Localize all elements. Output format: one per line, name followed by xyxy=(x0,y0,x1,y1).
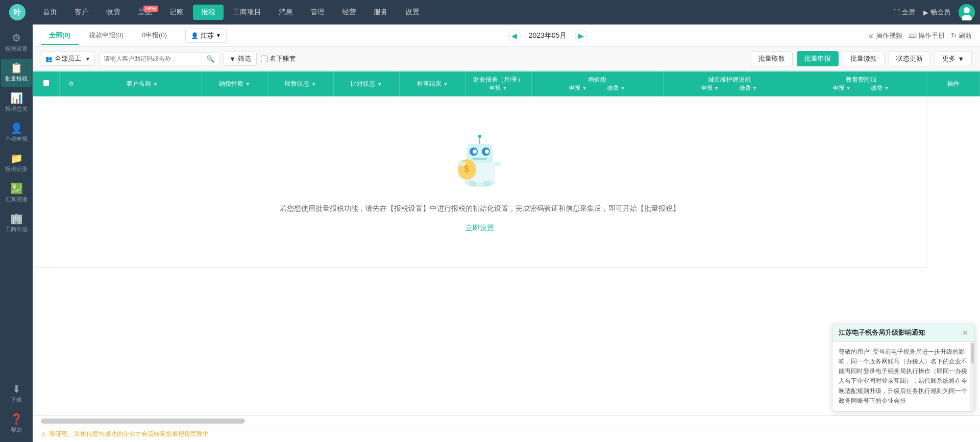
sidebar: ⚙ 报税设置 📋 批量报税 📊 报税总览 👤 个税申报 📁 报税记录 💹 汇算清… xyxy=(0,24,33,442)
edu-declare-filter-icon[interactable]: ▼ xyxy=(846,85,851,91)
select-all-checkbox[interactable] xyxy=(43,80,50,86)
region-selector[interactable]: 👤 江苏 ▼ xyxy=(185,29,227,43)
sidebar-item-settlement[interactable]: 💹 汇算清缴 xyxy=(1,179,32,207)
search-input[interactable] xyxy=(100,53,202,64)
prev-period-button[interactable]: ◀ xyxy=(508,30,521,42)
horizontal-scrollbar[interactable] xyxy=(41,419,245,424)
setup-link[interactable]: 立即设置 xyxy=(465,224,494,233)
toolbar: 👥 全部员工 ▼ 🔍 ▼ 筛选 名下账套 批量取数 批量申报 批量缴款 状态更新 xyxy=(33,47,980,71)
svg-point-3 xyxy=(964,7,970,13)
nav-service[interactable]: 服务 xyxy=(365,5,396,20)
sidebar-label-tax-settings: 报税设置 xyxy=(5,45,28,53)
fullscreen-button[interactable]: ⛶ 全屏 xyxy=(893,8,915,17)
search-button[interactable]: 🔍 xyxy=(202,53,219,65)
period-display: 2023年05月 xyxy=(525,31,571,40)
robot-image: $ xyxy=(449,131,510,194)
vat-declare-filter-icon[interactable]: ▼ xyxy=(582,85,587,91)
batch-declare-button[interactable]: 批量申报 xyxy=(797,51,839,66)
customer-filter-icon[interactable]: ▼ xyxy=(153,81,158,87)
tax-overview-icon: 📊 xyxy=(10,93,23,103)
employee-label: 全部员工 xyxy=(55,54,81,63)
video-action[interactable]: ⊙ 操作视频 xyxy=(869,31,902,40)
next-period-button[interactable]: ▶ xyxy=(575,30,587,42)
accounts-checkbox[interactable] xyxy=(261,56,267,62)
region-label: 江苏 xyxy=(201,31,214,40)
fullscreen-icon: ⛶ xyxy=(893,9,900,16)
svg-rect-20 xyxy=(483,181,491,186)
svg-rect-14 xyxy=(473,158,487,160)
th-city-tax: 城市维护建设税 申报 ▼ 缴费 ▼ xyxy=(663,71,795,96)
video-icon: ⊙ xyxy=(869,32,874,39)
more-button[interactable]: 更多 ▼ xyxy=(935,51,972,66)
manual-icon: 📖 xyxy=(909,32,917,39)
nav-invoice[interactable]: 票据 NEW xyxy=(130,5,160,20)
filter-button[interactable]: ▼ 筛选 xyxy=(224,52,257,66)
manual-action[interactable]: 📖 操作手册 xyxy=(909,31,945,40)
logo-icon: 叶 xyxy=(9,4,26,20)
status-update-button[interactable]: 状态更新 xyxy=(889,51,930,66)
th-education-tax: 教育费附加 申报 ▼ 缴费 ▼ xyxy=(795,71,927,96)
filter-label: 筛选 xyxy=(238,54,251,63)
nav-bookkeeping[interactable]: 记账 xyxy=(161,5,192,20)
tab-all[interactable]: 全部(0) xyxy=(41,27,79,45)
sidebar-item-help[interactable]: ❓ 帮助 xyxy=(1,410,32,438)
accounts-checkbox-label[interactable]: 名下账套 xyxy=(261,54,296,63)
refresh-action[interactable]: ↻ 刷新 xyxy=(951,31,972,40)
sidebar-bottom: ⬇ 下载 ❓ 帮助 xyxy=(1,380,32,438)
popup-scrollbar[interactable] xyxy=(970,342,974,411)
sidebar-label-download: 下载 xyxy=(11,396,22,404)
avatar[interactable] xyxy=(959,4,975,20)
batch-pay-button[interactable]: 批量缴款 xyxy=(843,51,885,66)
compare-filter-icon[interactable]: ▼ xyxy=(377,81,382,87)
bottom-bar: ⚠ 验证密、采集信息均成功的企业才会流转至批量报税页面中 xyxy=(33,426,980,442)
member-button[interactable]: ▶ 畅会员 xyxy=(923,8,950,17)
nav-settings[interactable]: 设置 xyxy=(397,5,428,20)
sidebar-item-batch-tax[interactable]: 📋 批量报税 xyxy=(1,59,32,87)
video-label: 操作视频 xyxy=(876,32,902,39)
nav-message[interactable]: 消息 xyxy=(271,5,301,20)
settlement-icon: 💹 xyxy=(10,183,23,193)
nav-items: 首页 客户 收费 票据 NEW 记账 报税 工商项目 消息 管理 经营 服务 设… xyxy=(35,5,893,20)
settings-icon: ⚙ xyxy=(68,80,74,87)
notification-popup: 江苏电子税务局升级影响通知 ✕ 尊敬的用户: 受当前电子税务局进一步升级的影响，… xyxy=(832,324,975,411)
tax-record-icon: 📁 xyxy=(10,153,23,163)
sidebar-item-tax-settings[interactable]: ⚙ 报税设置 xyxy=(1,29,32,57)
sidebar-item-tax-record[interactable]: 📁 报税记录 xyxy=(1,149,32,177)
city-declare-filter-icon[interactable]: ▼ xyxy=(714,85,719,91)
manual-label: 操作手册 xyxy=(918,32,945,39)
check-filter-icon[interactable]: ▼ xyxy=(443,81,448,87)
batch-fetch-button[interactable]: 批量取数 xyxy=(751,51,793,66)
tab-zero-declare[interactable]: 0申报(0) xyxy=(134,27,175,45)
edu-pay-filter-icon[interactable]: ▼ xyxy=(884,85,889,91)
tab-right-actions: ⊙ 操作视频 📖 操作手册 ↻ 刷新 xyxy=(869,31,972,40)
sidebar-label-personal-tax: 个税申报 xyxy=(5,135,28,143)
sidebar-item-tax-overview[interactable]: 📊 报税总览 xyxy=(1,89,32,117)
tax-settings-icon: ⚙ xyxy=(12,33,21,43)
download-icon: ⬇ xyxy=(12,384,21,394)
empty-description: 若您想使用批量报税功能，请先在【报税设置】中进行报税的初始化设置，完成密码验证和… xyxy=(280,204,680,213)
sidebar-label-batch-tax: 批量报税 xyxy=(5,75,28,83)
sidebar-item-personal-tax[interactable]: 👤 个税申报 xyxy=(1,119,32,147)
sidebar-item-download[interactable]: ⬇ 下载 xyxy=(1,380,32,408)
popup-close-button[interactable]: ✕ xyxy=(962,329,968,337)
th-checkbox xyxy=(33,71,60,96)
popup-title: 江苏电子税务局升级影响通知 xyxy=(839,328,925,337)
batch-tax-icon: 📋 xyxy=(10,63,23,73)
sidebar-item-annual-report[interactable]: 🏢 工商年报 xyxy=(1,209,32,237)
nav-billing[interactable]: 收费 xyxy=(98,5,129,20)
employee-select[interactable]: 👥 全部员工 ▼ xyxy=(41,52,95,66)
nav-operation[interactable]: 经营 xyxy=(334,5,364,20)
nav-home[interactable]: 首页 xyxy=(35,5,65,20)
city-pay-filter-icon[interactable]: ▼ xyxy=(752,85,757,91)
nav-business[interactable]: 工商项目 xyxy=(225,5,270,20)
annual-report-icon: 🏢 xyxy=(10,213,23,224)
nav-management[interactable]: 管理 xyxy=(302,5,333,20)
tax-nature-filter-icon[interactable]: ▼ xyxy=(245,81,250,87)
nav-customer[interactable]: 客户 xyxy=(66,5,97,20)
fetch-filter-icon[interactable]: ▼ xyxy=(311,81,316,87)
financial-filter-icon[interactable]: ▼ xyxy=(502,85,507,91)
nav-tax[interactable]: 报税 xyxy=(193,5,224,20)
vat-pay-filter-icon[interactable]: ▼ xyxy=(620,85,625,91)
tab-tax-declare[interactable]: 税款申报(0) xyxy=(81,27,132,45)
accounts-label: 名下账套 xyxy=(270,54,296,63)
